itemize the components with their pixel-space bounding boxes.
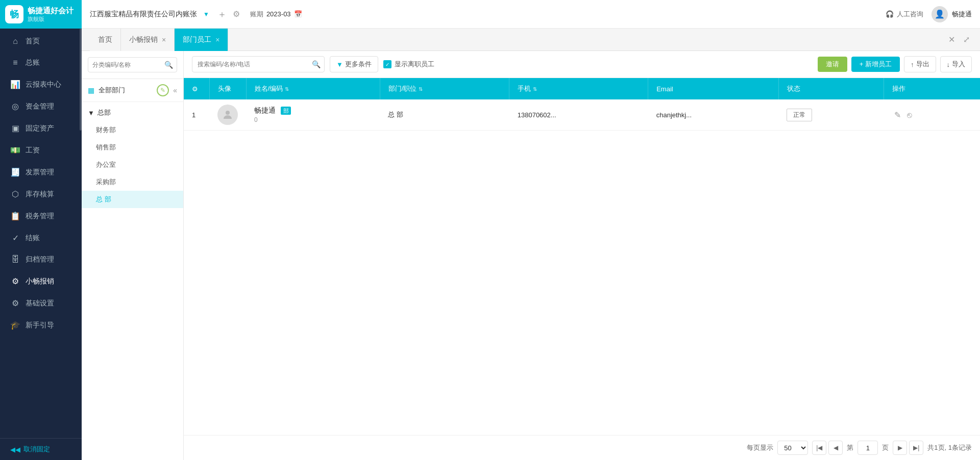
home-icon: ⌂ — [10, 37, 20, 46]
sidebar-item-label: 首页 — [26, 37, 40, 46]
add-company-button[interactable]: ＋ — [217, 8, 227, 20]
calendar-icon[interactable]: 📅 — [294, 10, 302, 18]
dept-tree-item-general[interactable]: ▼ 总部 — [82, 104, 183, 121]
tab-expense[interactable]: 小畅报销 × — [121, 29, 175, 51]
dept-arrow-down: ▼ — [88, 109, 94, 117]
sidebar-item-label: 税务管理 — [26, 212, 54, 221]
cancel-fixed-button[interactable]: ◀◀ 取消固定 — [0, 438, 82, 460]
employee-search-icon[interactable]: 🔍 — [312, 60, 321, 68]
sidebar-item-label: 固定资产 — [26, 124, 54, 133]
cell-index: 1 — [184, 99, 209, 131]
sidebar-item-expense[interactable]: ⚙ 小畅报销 — [0, 270, 82, 292]
user-avatar-area[interactable]: 👤 畅捷通 — [932, 6, 972, 22]
dept-collapse-button[interactable]: « — [173, 86, 177, 94]
logout-employee-button[interactable]: ⎋ — [905, 110, 914, 120]
col-settings[interactable]: ⚙ — [184, 78, 209, 99]
toolbar-right: 邀请 + 新增员工 ↑ 导出 ↓ 导入 — [818, 56, 972, 72]
header-settings-icon[interactable]: ⚙ — [233, 9, 240, 19]
dept-search-icon[interactable]: 🔍 — [164, 61, 173, 69]
guide-icon: 🎓 — [10, 320, 20, 330]
tab-bar: 首页 小畅报销 × 部门员工 × ✕ ⤢ — [82, 29, 980, 51]
edit-employee-button[interactable]: ✎ — [892, 110, 903, 120]
tab-department-close[interactable]: × — [215, 36, 219, 44]
sort-dept-icon: ⇅ — [419, 86, 423, 92]
logo-sub: 旗舰版 — [28, 15, 74, 23]
cell-phone: 13807060​2... — [509, 99, 648, 131]
cell-status: 正常 — [778, 99, 884, 131]
sidebar-item-reports[interactable]: 📊 云报表中心 — [0, 73, 82, 95]
tab-actions: ✕ ⤢ — [946, 33, 972, 46]
table-row: 1 畅捷通 — [184, 99, 980, 131]
employee-search-input[interactable] — [192, 56, 325, 72]
sidebar-item-home[interactable]: ⌂ 首页 — [0, 31, 82, 52]
invite-button[interactable]: 邀请 — [818, 57, 847, 72]
company-dropdown[interactable]: ▼ — [203, 11, 209, 18]
page-prev-button[interactable]: ◀ — [828, 441, 843, 455]
checkout-icon: ✓ — [10, 233, 20, 243]
page-next-button[interactable]: ▶ — [893, 441, 907, 455]
cell-dept: 总 部 — [380, 99, 509, 131]
sidebar-item-funds[interactable]: ◎ 资金管理 — [0, 95, 82, 117]
sidebar-item-checkout[interactable]: ✓ 结账 — [0, 227, 82, 249]
tab-expense-close[interactable]: × — [162, 36, 166, 44]
sidebar-item-tax[interactable]: 📋 税务管理 — [0, 205, 82, 227]
page-last-button[interactable]: ▶| — [909, 441, 923, 455]
dept-grid-icon: ▦ — [88, 86, 94, 94]
sidebar-item-invoice[interactable]: 🧾 发票管理 — [0, 161, 82, 183]
sidebar-item-archive[interactable]: 🗄 归档管理 — [0, 249, 82, 270]
headset-icon: 🎧 — [886, 10, 894, 18]
cell-avatar — [209, 99, 246, 131]
add-employee-button[interactable]: + 新增员工 — [851, 57, 900, 72]
dept-tree-item-finance[interactable]: 财务部 — [82, 121, 183, 139]
sidebar-item-label: 资金管理 — [26, 102, 54, 111]
employee-table: ⚙ 头像 姓名/编码 ⇅ — [184, 78, 980, 131]
col-name[interactable]: 姓名/编码 ⇅ — [246, 78, 380, 99]
employee-toolbar: 🔍 ▼ 更多条件 ✓ 显示离职员工 邀请 + 新增员工 ↑ 导出 — [184, 51, 980, 78]
cell-email: chanjethkj... — [648, 99, 779, 131]
status-badge: 正常 — [787, 109, 812, 121]
service-button[interactable]: 🎧 人工咨询 — [886, 10, 923, 19]
col-phone[interactable]: 手机 ⇅ — [509, 78, 648, 99]
company-name: 江西服宝精品有限责任公司内账张 — [90, 10, 197, 19]
ledger-icon: ≡ — [10, 58, 20, 67]
tab-expand[interactable]: ⤢ — [961, 33, 972, 46]
sidebar-item-salary[interactable]: 💵 工资 — [0, 139, 82, 161]
import-button[interactable]: ↓ 导入 — [940, 56, 972, 72]
page-suffix: 页 — [882, 443, 889, 452]
dept-edit-button[interactable]: ✎ — [157, 84, 169, 96]
per-page-select[interactable]: 50 100 200 — [777, 441, 808, 455]
dept-tree-item-headquarters[interactable]: 总 部 — [82, 191, 183, 208]
sidebar-item-inventory[interactable]: ⬡ 库存核算 — [0, 183, 82, 205]
svg-point-0 — [226, 111, 230, 115]
period-display: 账期 2023-03 📅 — [250, 10, 302, 19]
export-icon: ↑ — [911, 61, 914, 68]
dept-tree-item-purchase[interactable]: 采购部 — [82, 173, 183, 191]
table-footer: 每页显示 50 100 200 |◀ ◀ 第 页 ▶ ▶| 共1页, 1条记录 — [184, 435, 980, 460]
page-label: 第 — [847, 443, 853, 452]
sidebar-nav: ⌂ 首页 ≡ 总账 📊 云报表中心 ◎ 资金管理 ▣ 固定资产 💵 工资 🧾 发… — [0, 29, 82, 438]
cell-name: 畅捷通 部 0 — [246, 99, 380, 131]
sidebar-item-assets[interactable]: ▣ 固定资产 — [0, 117, 82, 139]
sidebar-item-ledger[interactable]: ≡ 总账 — [0, 52, 82, 73]
col-avatar: 头像 — [209, 78, 246, 99]
tab-close-all[interactable]: ✕ — [946, 33, 957, 46]
page-input[interactable] — [857, 441, 878, 455]
more-filter-button[interactable]: ▼ 更多条件 — [330, 56, 378, 72]
tab-department[interactable]: 部门员工 × — [175, 29, 228, 51]
archive-icon: 🗄 — [10, 255, 20, 264]
page-first-button[interactable]: |◀ — [812, 441, 826, 455]
username-label: 畅捷通 — [952, 10, 972, 19]
dept-search-input[interactable] — [88, 57, 177, 72]
export-button[interactable]: ↑ 导出 — [904, 56, 936, 72]
show-resigned-checkbox[interactable]: ✓ 显示离职员工 — [383, 60, 434, 69]
dept-tree-item-office[interactable]: 办公室 — [82, 156, 183, 173]
sidebar-item-label: 归档管理 — [26, 255, 54, 264]
dept-tree-item-sales[interactable]: 销售部 — [82, 139, 183, 156]
sidebar-item-label: 新手引导 — [26, 321, 54, 330]
tab-home[interactable]: 首页 — [90, 29, 121, 51]
sidebar: 畅 畅捷通好会计 旗舰版 ⌂ 首页 ≡ 总账 📊 云报表中心 ◎ 资金管理 ▣ … — [0, 0, 82, 460]
sidebar-item-guide[interactable]: 🎓 新手引导 — [0, 314, 82, 336]
col-dept[interactable]: 部门/职位 ⇅ — [380, 78, 509, 99]
sidebar-item-settings[interactable]: ⚙ 基础设置 — [0, 292, 82, 314]
checkbox-checked-icon: ✓ — [383, 60, 391, 68]
